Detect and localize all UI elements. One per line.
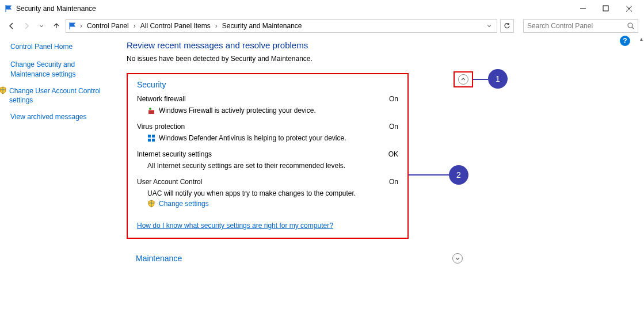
annotation-callout-2: 2 <box>449 165 468 185</box>
chevron-right-icon[interactable]: › <box>79 22 83 30</box>
expand-maintenance-button[interactable] <box>452 253 463 264</box>
sidebar-task-archived[interactable]: View archived messages <box>10 112 110 122</box>
crumb-all-items[interactable]: All Control Panel Items <box>139 22 212 30</box>
item-name: User Account Control <box>137 178 202 186</box>
item-name: Virus protection <box>137 123 185 131</box>
item-status: On <box>389 95 398 103</box>
forward-button[interactable] <box>21 20 32 32</box>
sidebar-task-change-security[interactable]: Change Security and Maintenance settings <box>10 60 110 79</box>
defender-icon <box>147 134 155 142</box>
security-section-highlight: Security Network firewall On Windows Fir… <box>127 73 409 239</box>
maximize-button[interactable] <box>600 3 612 14</box>
up-button[interactable] <box>51 20 62 32</box>
page-subtitle: No issues have been detected by Security… <box>127 55 621 63</box>
crumb-security-maintenance[interactable]: Security and Maintenance <box>221 22 303 30</box>
window-title: Security and Maintenance <box>16 5 577 13</box>
shield-icon <box>147 200 155 208</box>
recent-dropdown[interactable] <box>36 20 47 32</box>
item-name: Internet security settings <box>137 150 212 158</box>
sidebar-item-label: Change User Account Control settings <box>9 86 110 106</box>
annotation-callout-1: 1 <box>488 69 508 89</box>
sidebar-item-label: View archived messages <box>10 112 87 122</box>
sidebar: Control Panel Home Change Security and M… <box>0 35 121 309</box>
security-item-virus: Virus protection On Windows Defender Ant… <box>137 123 398 142</box>
change-settings-link[interactable]: Change settings <box>159 200 209 208</box>
main-content: Review recent messages and resolve probl… <box>121 35 644 309</box>
item-status: OK <box>388 150 398 158</box>
nav-arrows <box>6 20 62 32</box>
close-button[interactable] <box>623 3 635 14</box>
svg-rect-9 <box>148 135 151 138</box>
window-controls <box>577 3 639 14</box>
security-help-link[interactable]: How do I know what security settings are… <box>137 222 333 230</box>
security-item-firewall: Network firewall On Windows Firewall is … <box>137 95 398 115</box>
search-input[interactable] <box>524 22 624 30</box>
chevron-right-icon[interactable]: › <box>214 22 219 30</box>
svg-point-8 <box>149 108 151 110</box>
svg-line-5 <box>632 27 634 29</box>
minimize-button[interactable] <box>577 3 589 14</box>
flag-icon <box>5 5 13 13</box>
item-name: Network firewall <box>137 95 186 103</box>
maintenance-section: Maintenance <box>127 247 472 270</box>
control-panel-home-link[interactable]: Control Panel Home <box>10 43 110 51</box>
item-desc: Windows Firewall is actively protecting … <box>159 106 316 115</box>
svg-rect-12 <box>152 139 155 142</box>
address-bar[interactable]: › Control Panel › All Control Panel Item… <box>66 19 497 33</box>
search-icon[interactable] <box>624 22 638 30</box>
refresh-button[interactable] <box>500 19 514 33</box>
sidebar-item-label: Change Security and Maintenance settings <box>10 60 110 79</box>
item-desc: Windows Defender Antivirus is helping to… <box>159 134 346 142</box>
item-desc: UAC will notify you when apps try to mak… <box>147 189 356 197</box>
navigation-bar: › Control Panel › All Control Panel Item… <box>0 17 644 35</box>
svg-rect-11 <box>148 139 151 142</box>
search-box <box>523 19 638 33</box>
item-status: On <box>389 178 398 186</box>
firewall-icon <box>147 106 155 115</box>
chevron-right-icon[interactable]: › <box>132 22 137 30</box>
item-desc: All Internet security settings are set t… <box>147 162 345 170</box>
title-bar: Security and Maintenance <box>0 0 644 17</box>
svg-rect-10 <box>152 135 155 138</box>
item-status: On <box>389 123 398 131</box>
svg-rect-7 <box>148 110 154 111</box>
flag-icon <box>68 22 77 30</box>
sidebar-task-change-uac[interactable]: Change User Account Control settings <box>0 86 110 106</box>
address-dropdown[interactable] <box>484 23 494 29</box>
security-header[interactable]: Security <box>137 80 398 89</box>
svg-point-4 <box>628 23 632 28</box>
crumb-control-panel[interactable]: Control Panel <box>86 22 130 30</box>
security-item-uac: User Account Control On UAC will notify … <box>137 178 398 208</box>
security-item-internet: Internet security settings OK All Intern… <box>137 150 398 170</box>
collapse-security-button[interactable] <box>458 74 468 85</box>
page-title: Review recent messages and resolve probl… <box>127 40 621 50</box>
maintenance-header[interactable]: Maintenance <box>136 254 182 263</box>
svg-rect-1 <box>603 6 608 11</box>
back-button[interactable] <box>6 20 17 32</box>
shield-icon <box>0 86 7 106</box>
collapse-toggle-highlight <box>454 71 473 87</box>
